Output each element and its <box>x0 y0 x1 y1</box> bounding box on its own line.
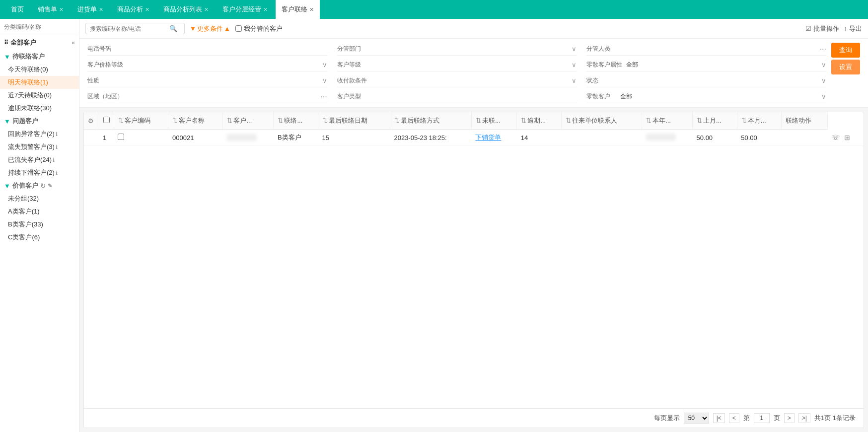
sidebar-item-tomorrow-pending[interactable]: 明天待联络(1) <box>0 76 79 89</box>
nav-product-analysis-close[interactable]: ✕ <box>145 6 149 13</box>
sidebar-item-churned[interactable]: 已流失客户(24) ℹ <box>0 153 79 166</box>
row-action-phone-icon[interactable]: ☏ <box>831 134 840 142</box>
filter-phone: 电话号码 <box>87 43 327 56</box>
filter-customer-grade-dropdown-icon[interactable]: ∨ <box>572 61 577 69</box>
col-this-year: ⇅本年... <box>642 112 693 130</box>
filter-price-grade-dropdown-icon[interactable]: ∨ <box>322 61 327 69</box>
filter-payment: 收付款条件 ∨ <box>337 74 577 87</box>
filter-row-3: 性质 ∨ 收付款条件 ∨ 状态 ∨ <box>87 74 826 87</box>
value-edit-icon[interactable]: ✎ <box>48 183 52 189</box>
sidebar-item-a-class[interactable]: A类客户(1) <box>0 205 79 218</box>
row-action-grid-icon[interactable]: ⊞ <box>844 134 850 142</box>
sort-icon-uncontacted[interactable]: ⇅ <box>476 117 481 124</box>
my-customers-checkbox-label[interactable]: 我分管的客户 <box>235 24 283 33</box>
filter-retail-customer-value[interactable]: 全部 <box>620 92 821 101</box>
sidebar-item-c-class[interactable]: C类客户(6) <box>0 231 79 244</box>
sort-icon-name[interactable]: ⇅ <box>172 117 178 124</box>
sort-icon-contact[interactable]: ⇅ <box>278 117 283 124</box>
sort-icon-last-month[interactable]: ⇅ <box>697 117 702 124</box>
sidebar-item-overdue-pending[interactable]: 逾期未联络(30) <box>0 102 79 115</box>
export-label: 导出 <box>849 24 862 33</box>
filter-nature-dropdown-icon[interactable]: ∨ <box>322 77 327 84</box>
col-contact-person: ⇅往来单位联系人 <box>561 112 642 130</box>
sort-icon-date[interactable]: ⇅ <box>322 117 328 124</box>
sidebar-item-declining[interactable]: 持续下滑客户(2) ℹ <box>0 166 79 179</box>
value-refresh-icon[interactable]: ↻ <box>40 182 46 190</box>
sort-icon-year[interactable]: ⇅ <box>646 117 651 124</box>
filter-dept-dropdown-icon[interactable]: ∨ <box>572 45 577 53</box>
set-button[interactable]: 设置 <box>831 60 860 74</box>
nav-home[interactable]: 首页 <box>5 0 30 19</box>
more-conditions-btn[interactable]: ▼ 更多条件 ▲ <box>190 24 230 33</box>
search-box-icon[interactable]: 🔍 <box>169 25 177 32</box>
filter-payment-dropdown-icon[interactable]: ∨ <box>572 77 577 84</box>
filter-btn-col: 查询 设置 <box>831 43 860 74</box>
row-checkbox-cell <box>114 130 168 146</box>
batch-operation-btn[interactable]: ☑ 批量操作 <box>805 24 839 33</box>
sidebar-search-input[interactable] <box>4 23 78 30</box>
nav-customer-contact-close[interactable]: ✕ <box>309 6 314 13</box>
sort-icon-person[interactable]: ⇅ <box>566 117 571 124</box>
row-name-value: Ea <box>227 134 257 141</box>
search-input[interactable] <box>90 25 169 32</box>
nav-purchase-close[interactable]: ✕ <box>99 6 103 13</box>
per-page-select[interactable]: 50 100 200 <box>684 413 709 424</box>
sidebar-item-today-pending[interactable]: 今天待联络(0) <box>0 63 79 76</box>
sort-icon-type[interactable]: ⇅ <box>227 117 232 124</box>
col-last-date-label: 最后联络日期 <box>329 117 367 124</box>
page-last-btn[interactable]: >| <box>798 413 810 423</box>
filter-icon: ▼ <box>190 25 196 32</box>
page-next-btn[interactable]: > <box>784 413 795 423</box>
col-this-year-label: 本年... <box>652 117 671 124</box>
col-contact-count: ⇅联络... <box>274 112 318 130</box>
row-last-method-value[interactable]: 下销货单 <box>475 134 501 141</box>
filter-retail-attr-dropdown-icon[interactable]: ∨ <box>821 61 826 69</box>
sidebar-search-container: 🔍 <box>0 19 79 35</box>
nav-sales-close[interactable]: ✕ <box>59 6 64 13</box>
sidebar-item-ungrouped[interactable]: 未分组(32) <box>0 192 79 205</box>
select-all-checkbox[interactable] <box>103 117 110 123</box>
filter-retail-customer-dropdown-icon[interactable]: ∨ <box>821 93 826 100</box>
table-header: ⚙ ⇅客户编码 ⇅客户名称 ⇅客户... ⇅联络... ⇅最后联络日期 ⇅最后联… <box>84 112 864 130</box>
sort-icon-overdue[interactable]: ⇅ <box>521 117 526 124</box>
nav-customer-tier-close[interactable]: ✕ <box>263 6 268 13</box>
filter-status-dropdown-icon[interactable]: ∨ <box>821 77 826 84</box>
filter-retail-attr-value[interactable]: 全部 <box>626 61 821 69</box>
more-conditions-label: 更多条件 <box>197 24 223 33</box>
row-uncontacted-value: 14 <box>521 134 528 142</box>
query-button[interactable]: 查询 <box>831 43 860 58</box>
page-first-btn[interactable]: |< <box>713 413 725 423</box>
export-btn[interactable]: ↑ 导出 <box>844 24 863 33</box>
nav-product-analysis[interactable]: 商品分析 ✕ <box>111 0 155 19</box>
nav-purchase[interactable]: 进货单 ✕ <box>72 0 109 19</box>
nav-sales[interactable]: 销售单 ✕ <box>32 0 70 19</box>
sort-icon-code[interactable]: ⇅ <box>118 117 124 124</box>
nav-customer-contact-label: 客户联络 <box>282 5 307 14</box>
page-prev-btn[interactable]: < <box>729 413 739 423</box>
sidebar-item-7days-pending[interactable]: 近7天待联络(0) <box>0 89 79 102</box>
sidebar-all-customers[interactable]: ⠿ 全部客户 « <box>0 35 79 50</box>
page-input[interactable] <box>754 413 770 423</box>
table-scroll-wrapper[interactable]: ⚙ ⇅客户编码 ⇅客户名称 ⇅客户... ⇅联络... ⇅最后联络日期 ⇅最后联… <box>84 112 864 408</box>
sidebar-item-churned-label: 已流失客户(24) <box>8 155 52 164</box>
my-customers-checkbox[interactable] <box>235 25 242 32</box>
nav-customer-tier[interactable]: 客户分层经营 ✕ <box>217 0 274 19</box>
row-contact-person <box>642 130 693 146</box>
sort-icon-method[interactable]: ⇅ <box>394 117 400 124</box>
my-customers-label: 我分管的客户 <box>244 24 283 33</box>
filter-retail-customer: 零散客户 全部 ∨ <box>586 90 826 103</box>
row-code: 000021 <box>168 130 223 146</box>
sidebar-item-declining-label: 持续下滑客户(2) <box>8 168 55 177</box>
sidebar-item-churn-warning[interactable]: 流失预警客户(3) ℹ <box>0 141 79 153</box>
sidebar-collapse-icon[interactable]: « <box>72 39 75 46</box>
nav-product-analysis-list[interactable]: 商品分析列表 ✕ <box>157 0 215 19</box>
filter-region-ellipsis[interactable]: ··· <box>320 93 327 101</box>
sort-icon-this-month[interactable]: ⇅ <box>741 117 747 124</box>
row-checkbox[interactable] <box>118 134 124 140</box>
sidebar-item-b-class[interactable]: B类客户(33) <box>0 218 79 231</box>
column-settings-icon[interactable]: ⚙ <box>88 117 94 125</box>
nav-product-analysis-list-close[interactable]: ✕ <box>204 6 209 13</box>
filter-person-ellipsis[interactable]: ··· <box>820 45 826 53</box>
sidebar-item-repurchase-abnormal[interactable]: 回购异常客户(2) ℹ <box>0 128 79 141</box>
nav-customer-contact[interactable]: 客户联络 ✕ <box>276 0 320 19</box>
